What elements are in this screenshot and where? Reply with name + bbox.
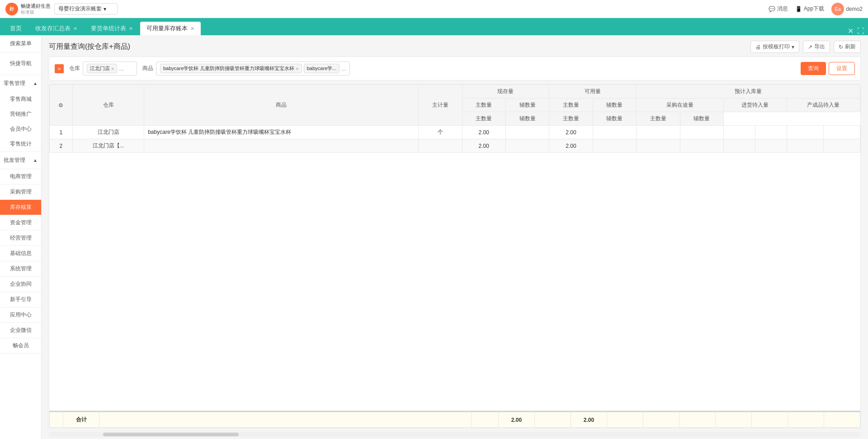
cell-warehouse: 江北门店【...: [72, 139, 144, 153]
warehouse-more[interactable]: ...: [119, 66, 123, 72]
col-available-aux: 辅数量: [593, 99, 636, 112]
col-stock: 现存量: [462, 85, 549, 99]
footer-inbound-main: [716, 412, 752, 428]
sidebar-section-inventory: 库存核算: [0, 200, 41, 215]
col-inbound-pending-aux: 辅数量: [593, 112, 636, 126]
sidebar-item-apps[interactable]: 应用中心: [0, 307, 41, 322]
cell-finished-pending-aux: [823, 139, 860, 153]
cell-no: 1: [50, 126, 73, 139]
sidebar-section-apps: 应用中心: [0, 307, 41, 323]
cell-inbound-pending-aux: [755, 139, 787, 153]
footer-stock-main: 2.00: [499, 412, 535, 428]
table-row: 1 江北门店 babycare学饮杯 儿童防摔防撞吸管杯重力球吸嘴杯宝宝水杯 个…: [50, 126, 860, 139]
nav-tabs: 首页 收发存汇总表 ✕ 要货单统计表 ✕ 可用量库存账本 ✕ ✕ ⛶: [0, 18, 868, 35]
sidebar-item-wechat[interactable]: 企业微信: [0, 323, 41, 338]
logo-text: 畅捷通好生意 标准版: [21, 3, 51, 15]
product-more[interactable]: ...: [341, 66, 346, 72]
sidebar-item-quick-nav[interactable]: 快捷导航: [0, 56, 41, 71]
sidebar-item-enterprise[interactable]: 企业协同: [0, 277, 41, 292]
sidebar-item-retail-stats[interactable]: 零售统计: [0, 137, 41, 151]
expand-window-button[interactable]: ⛶: [857, 27, 864, 35]
sidebar-search[interactable]: 搜索菜单: [0, 35, 41, 52]
sidebar-item-marketing[interactable]: 营销推广: [0, 107, 41, 122]
page-title: 可用量查询(按仓库+商品): [49, 42, 130, 52]
message-button[interactable]: 💬 消息: [769, 5, 788, 13]
cell-available-main: 2.00: [549, 139, 593, 153]
col-finished-pending: 产成品待入量: [787, 99, 860, 112]
top-bar: 好 畅捷通好生意 标准版 母婴行业演示账套 ▾ 💬 消息 📱 App下载 Ea …: [0, 0, 868, 18]
sidebar-item-basic[interactable]: 基础信息: [0, 246, 41, 261]
filter-expand-button[interactable]: »: [55, 64, 64, 73]
chevron-down-icon: ▲: [33, 158, 38, 163]
cell-finished-pending-main: [787, 126, 823, 139]
sidebar-section-vip: 畅会员: [0, 338, 41, 354]
export-icon: ↗: [808, 44, 812, 50]
col-purchase-transit-main: 主数量: [462, 112, 505, 126]
cell-purchase-transit-aux: [680, 139, 723, 153]
sidebar-item-vip[interactable]: 畅会员: [0, 338, 41, 353]
col-product: 商品: [144, 85, 419, 126]
cell-available-aux: [593, 126, 636, 139]
footer-row: 合计 2.00 2.00: [50, 412, 860, 428]
sidebar-item-purchase[interactable]: 采购管理: [0, 184, 41, 199]
refresh-button[interactable]: ↻ 刷新: [834, 41, 861, 53]
sidebar-section-wholesale: 批发管理 ▲: [0, 152, 41, 169]
total-footer: 合计 2.00 2.00: [49, 411, 861, 428]
sidebar-item-members[interactable]: 会员中心: [0, 122, 41, 137]
close-tab-available-stock[interactable]: ✕: [190, 26, 194, 32]
footer-table: 合计 2.00 2.00: [49, 412, 860, 428]
sidebar-item-system[interactable]: 系统管理: [0, 261, 41, 276]
tab-available-stock[interactable]: 可用量库存账本 ✕: [140, 22, 201, 35]
data-table: ⚙ 仓库 商品 主计量 现存量 可用量 预计入库量 主数量 辅数量 主数量 辅数…: [49, 85, 860, 153]
footer-inbound-aux: [752, 412, 788, 428]
sidebar-item-ecommerce[interactable]: 电商管理: [0, 169, 41, 184]
footer-finished-main: [788, 412, 824, 428]
remove-product-tag[interactable]: ×: [296, 66, 298, 71]
industry-select[interactable]: 母婴行业演示账套 ▾: [54, 3, 118, 14]
warehouse-tag: 江北门店 ×: [87, 64, 117, 73]
export-button[interactable]: ↗ 导出: [803, 41, 830, 53]
cell-purchase-transit-aux: [680, 126, 723, 139]
sidebar-item-guide[interactable]: 新手引导: [0, 292, 41, 307]
col-settings[interactable]: ⚙: [50, 85, 73, 126]
table-container: ⚙ 仓库 商品 主计量 现存量 可用量 预计入库量 主数量 辅数量 主数量 辅数…: [49, 84, 861, 411]
col-stock-aux: 辅数量: [505, 99, 549, 112]
cell-purchase-transit-main: [637, 126, 680, 139]
footer-empty-no: [50, 412, 63, 428]
close-tab-receivable[interactable]: ✕: [73, 26, 77, 32]
avatar: Ea: [831, 3, 844, 15]
close-all-tabs-button[interactable]: ✕: [848, 27, 854, 35]
download-icon: 📱: [795, 6, 802, 12]
sidebar-item-operations[interactable]: 经营管理: [0, 231, 41, 245]
chevron-down-icon: ▾: [792, 44, 794, 50]
tab-home[interactable]: 首页: [4, 22, 28, 35]
cell-unit: [419, 139, 462, 153]
sidebar-section-wholesale-header[interactable]: 批发管理 ▲: [0, 152, 41, 169]
print-icon: 🖨: [755, 44, 761, 50]
tab-receivable[interactable]: 收发存汇总表 ✕: [29, 22, 84, 35]
cell-unit: 个: [419, 126, 462, 139]
sidebar-item-retail-mall[interactable]: 零售商城: [0, 92, 41, 107]
product-input[interactable]: babycare学饮杯 儿童防摔防撞吸管杯重力球吸嘴杯宝宝水杯 × babyca…: [156, 61, 350, 76]
sidebar-section-guide: 新手引导: [0, 292, 41, 307]
settings-button[interactable]: 设置: [829, 62, 855, 75]
refresh-icon: ↻: [839, 44, 843, 50]
query-button[interactable]: 查询: [801, 62, 826, 75]
logo-icon: 好: [5, 3, 18, 15]
template-print-button[interactable]: 🖨 按模板打印 ▾: [750, 41, 799, 53]
scrollbar-thumb[interactable]: [103, 433, 239, 436]
sidebar-item-inventory[interactable]: 库存核算: [0, 200, 41, 215]
horizontal-scrollbar[interactable]: [49, 432, 861, 437]
sidebar-section-retail-header[interactable]: 零售管理 ▲: [0, 75, 41, 92]
sidebar-section-purchase: 采购管理: [0, 184, 41, 200]
sidebar-section-ecommerce: 电商管理: [0, 169, 41, 184]
warehouse-input[interactable]: 江北门店 × ...: [83, 61, 137, 76]
app-download-button[interactable]: 📱 App下载: [795, 5, 824, 13]
sidebar-item-finance[interactable]: 资金管理: [0, 215, 41, 230]
cell-product: babycare学饮杯 儿童防摔防撞吸管杯重力球吸嘴杯宝宝水杯: [144, 126, 419, 139]
remove-warehouse-tag[interactable]: ×: [111, 66, 114, 71]
tab-order-stats[interactable]: 要货单统计表 ✕: [85, 22, 139, 35]
close-tab-order-stats[interactable]: ✕: [129, 26, 133, 32]
user-profile[interactable]: Ea demo2: [831, 3, 863, 15]
filter-product-group: 商品 babycare学饮杯 儿童防摔防撞吸管杯重力球吸嘴杯宝宝水杯 × bab…: [142, 61, 350, 76]
